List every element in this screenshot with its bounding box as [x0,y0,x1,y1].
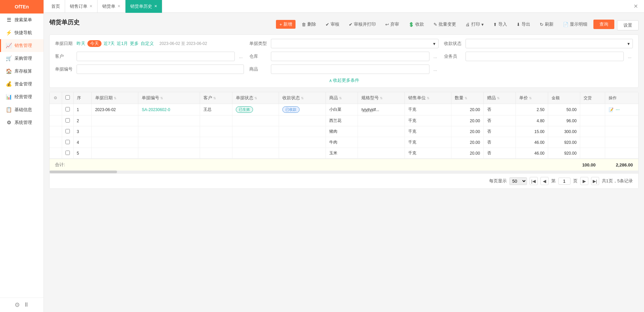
cell-action[interactable] [605,115,638,126]
cell-doc-no[interactable] [138,148,200,159]
th-gear[interactable]: ⚙ [50,92,62,104]
doc-no-input[interactable] [77,64,244,74]
page-unit: 页 [573,178,578,184]
page-number-input[interactable] [558,178,570,185]
export-button[interactable]: ⬇ 导出 [513,20,534,29]
th-doc-status[interactable]: 单据状态⇅ [232,92,279,104]
doc-type-select[interactable]: ▾ [271,39,438,48]
th-pay-status[interactable]: 收款状态⇅ [279,92,326,104]
row-checkbox-2[interactable] [62,126,73,137]
print-button[interactable]: 🖨 打印 ▾ [462,20,487,29]
row-checkbox-1[interactable] [62,115,73,126]
cell-row-no: 5 [73,148,91,159]
sidebar-item-fund-mgmt[interactable]: 💰 资金管理 [0,78,44,90]
tab-sales-history[interactable]: 销货单历史 ✕ [125,0,162,13]
th-unit[interactable]: 销售单位⇅ [404,92,451,104]
base-icon: 📋 [6,107,12,113]
row-checkbox-0[interactable] [62,104,73,115]
sidebar-item-ops-mgmt[interactable]: 📊 经营管理 [0,90,44,103]
sidebar-item-inventory-calc[interactable]: 🏠 库存核算 [0,65,44,78]
edit-link[interactable]: 📝 [609,107,614,112]
row-checkbox-4[interactable] [62,148,73,159]
goods-ellipsis[interactable]: ... [432,67,439,72]
delete-button[interactable]: 🗑 删除 [298,20,319,29]
cell-gift: 否 [483,148,516,159]
close-sales-order-icon[interactable]: ✕ [89,4,92,8]
last-page-button[interactable]: ▶| [591,177,599,185]
select-all-checkbox[interactable] [65,95,70,100]
customer-input[interactable] [77,52,235,61]
th-spec[interactable]: 规格型号⇅ [358,92,404,104]
first-page-button[interactable]: |◀ [530,177,538,185]
cell-action[interactable] [605,148,638,159]
th-doc-date[interactable]: 单据日期⇅ [91,92,138,104]
sidebar-item-sales-mgmt[interactable]: 📈 销售管理 [0,39,44,52]
cell-doc-no[interactable] [138,126,200,137]
close-all-tabs-button[interactable]: ✕ [630,3,641,9]
cell-doc-no[interactable] [138,137,200,148]
sales-icon: 📈 [6,43,12,49]
import-button[interactable]: ⬆ 导入 [490,20,510,29]
th-price[interactable]: 单价⇅ [516,92,548,104]
cell-customer [200,126,232,137]
close-sales-goods-icon[interactable]: ✕ [117,4,120,8]
horizontal-scrollbar[interactable] [50,171,638,173]
set-button[interactable]: 设置 [617,20,639,30]
doc-no-link[interactable]: SA-20230602-0 [142,107,170,112]
cell-action[interactable]: 📝⋯ [605,104,638,115]
salesperson-ellipsis[interactable]: ... [626,54,633,59]
date-yesterday[interactable]: 昨天 [77,41,85,47]
goods-input[interactable] [271,64,429,74]
audit-print-button[interactable]: ✔ 审核并打印 [345,20,379,29]
sidebar-item-label: 快捷导航 [15,30,32,36]
date-7days[interactable]: 近7天 [104,41,115,47]
warehouse-input[interactable] [271,52,429,61]
refresh-button[interactable]: ↻ 刷新 [536,20,557,29]
th-goods[interactable]: 商品⇅ [326,92,358,104]
per-page-select[interactable]: 50 100 200 [509,177,527,185]
abandon-button[interactable]: ↩ 弃审 [382,20,402,29]
audit-button[interactable]: ✔ 审核 [322,20,343,29]
date-custom[interactable]: 自定义 [141,41,154,47]
add-button[interactable]: + 新增 [276,20,296,29]
collapse-button[interactable]: ∧ 收起更多条件 [55,77,633,83]
table-row: 2 西兰花 千克 20.00 否 4.80 96.00 [50,115,638,126]
tab-home[interactable]: 首页 [47,0,65,13]
cell-spec [358,137,404,148]
tab-sales-goods[interactable]: 销货单 ✕ [97,0,125,13]
th-customer[interactable]: 客户⇅ [200,92,232,104]
th-gift[interactable]: 赠品⇅ [483,92,516,104]
close-sales-history-icon[interactable]: ✕ [154,4,157,8]
date-1month[interactable]: 近1月 [117,41,128,47]
query-button[interactable]: 查询 [593,20,614,29]
sidebar-item-base-info[interactable]: 📋 基础信息 [0,103,44,116]
th-doc-no[interactable]: 单据编号⇅ [138,92,200,104]
settings-icon[interactable]: ⚙ [15,301,20,309]
pay-status-select[interactable]: ▾ [466,39,633,48]
cell-action[interactable] [605,126,638,137]
row-checkbox-3[interactable] [62,137,73,148]
sidebar-item-search-menu[interactable]: ☰ 搜索菜单 [0,14,44,26]
prev-page-button[interactable]: ◀ [540,177,549,185]
next-page-button[interactable]: ▶ [580,177,588,185]
show-detail-button[interactable]: 📄 显示明细 [560,20,591,29]
pause-icon[interactable]: ⏸ [23,301,29,309]
sidebar-item-sys-mgmt[interactable]: ⚙ 系统管理 [0,116,44,129]
more-link[interactable]: ⋯ [616,107,620,112]
tab-sales-order[interactable]: 销售订单 ✕ [65,0,97,13]
th-checkbox[interactable] [62,92,73,104]
salesperson-input[interactable] [466,52,624,61]
sidebar-item-quick-nav[interactable]: ⚡ 快捷导航 [0,26,44,39]
cell-action[interactable] [605,137,638,148]
th-qty[interactable]: 数量⇅ [451,92,484,104]
scrollbar-thumb[interactable] [50,171,117,173]
sidebar-item-purchase-mgmt[interactable]: 🛒 采购管理 [0,52,44,65]
receive-button[interactable]: 💲 收款 [405,20,427,29]
batch-change-button[interactable]: ✎ 批量变更 [430,20,459,29]
warehouse-ellipsis[interactable]: ... [432,54,439,59]
customer-ellipsis[interactable]: ... [237,54,244,59]
cell-doc-no[interactable] [138,115,200,126]
date-more[interactable]: 更多 [130,41,139,47]
date-today[interactable]: 今天 [87,40,102,47]
cell-doc-no[interactable]: SA-20230602-0 [138,104,200,115]
